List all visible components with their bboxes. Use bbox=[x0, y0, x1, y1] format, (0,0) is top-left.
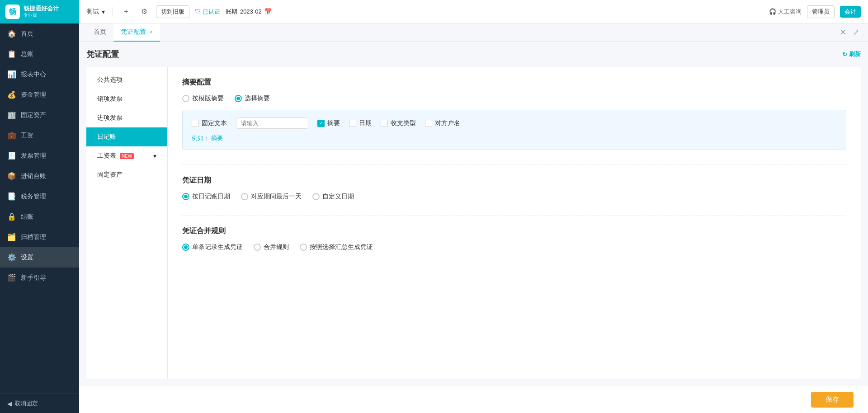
settings-button[interactable]: ⚙ bbox=[138, 5, 151, 18]
divider-3 bbox=[182, 266, 846, 266]
sidebar-item-guide[interactable]: 🎬 新手引导 bbox=[0, 268, 79, 288]
config-layout: 公共选项 销项发票 进项发票 日记账 工资表 NEW bbox=[86, 67, 861, 379]
checkbox-counterpart[interactable]: 对方户名 bbox=[425, 119, 460, 127]
calendar-icon[interactable]: 📅 bbox=[264, 8, 272, 15]
summary-section: 摘要配置 按模版摘要 选择摘要 bbox=[182, 78, 846, 150]
radio-merge-rule bbox=[254, 244, 261, 251]
add-button[interactable]: ＋ bbox=[120, 5, 132, 18]
tab-voucher-config[interactable]: 凭证配置 × bbox=[113, 23, 160, 42]
merge-option-rule[interactable]: 合并规则 bbox=[254, 243, 289, 251]
checkbox-fixed-text[interactable]: 固定文本 bbox=[192, 119, 227, 127]
payroll-icon: 💼 bbox=[7, 131, 16, 140]
certified-status: 🛡 已认证 bbox=[195, 8, 220, 16]
certified-icon: 🛡 bbox=[195, 8, 201, 15]
sidebar-item-closing[interactable]: 🔒 结账 bbox=[0, 206, 79, 227]
summary-option-template[interactable]: 按模版摘要 bbox=[182, 94, 224, 103]
summary-radio-group: 按模版摘要 选择摘要 bbox=[182, 94, 846, 103]
config-nav-sales-invoice[interactable]: 销项发票 bbox=[86, 89, 167, 108]
ledger-icon: 📋 bbox=[7, 50, 16, 58]
config-nav-payroll-table[interactable]: 工资表 NEW ▾ bbox=[86, 146, 167, 165]
pin-icon: ◀ bbox=[7, 400, 12, 407]
expand-tab-button[interactable]: ⤢ bbox=[851, 26, 861, 38]
save-button[interactable]: 保存 bbox=[811, 392, 854, 408]
sidebar-item-tax[interactable]: 📑 税务管理 bbox=[0, 186, 79, 206]
topbar-divider-1 bbox=[112, 7, 113, 16]
logo-icon: 畅 bbox=[5, 5, 20, 19]
radio-custom-date bbox=[312, 193, 320, 200]
config-nav-public[interactable]: 公共选项 bbox=[86, 70, 167, 89]
company-selector[interactable]: 测试 ▾ bbox=[86, 8, 105, 16]
radio-template bbox=[182, 95, 189, 102]
app-edition: 专业版 bbox=[24, 12, 59, 19]
refresh-icon: ↻ bbox=[842, 51, 847, 58]
logo-text-container: 畅捷通好会计 专业版 bbox=[24, 5, 59, 19]
save-bar: 保存 bbox=[79, 386, 868, 413]
checkbox-summary[interactable]: 摘要 bbox=[317, 119, 340, 127]
summary-config-box: 固定文本 摘要 日期 bbox=[182, 110, 846, 150]
certified-label: 已认证 bbox=[203, 8, 220, 16]
company-name: 测试 bbox=[86, 8, 99, 16]
radio-select bbox=[235, 95, 242, 102]
tabbar-actions: ✕ ⤢ bbox=[838, 26, 861, 38]
config-content: 摘要配置 按模版摘要 选择摘要 bbox=[168, 67, 861, 379]
admin-button[interactable]: 管理员 bbox=[807, 5, 835, 18]
topbar-right: 🎧 人工咨询 管理员 会计 bbox=[769, 5, 861, 18]
sidebar-item-funds[interactable]: 💰 资金管理 bbox=[0, 84, 79, 105]
sidebar-item-sales-ledger[interactable]: 📦 进销台账 bbox=[0, 166, 79, 186]
sidebar-item-settings[interactable]: ⚙️ 设置 bbox=[0, 247, 79, 268]
checkbox-date[interactable]: 日期 bbox=[349, 119, 372, 127]
period-value: 2023-02 bbox=[240, 8, 262, 15]
merge-option-select-merge[interactable]: 按照选择汇总生成凭证 bbox=[300, 243, 373, 251]
summary-section-title: 摘要配置 bbox=[182, 78, 846, 87]
date-checkbox bbox=[349, 120, 356, 127]
sidebar: 畅 畅捷通好会计 专业版 🏠 首页 📋 总账 📊 报表中心 💰 资金管理 🏢 固… bbox=[0, 0, 79, 413]
page-title: 凭证配置 bbox=[86, 49, 119, 60]
merge-option-single[interactable]: 单条记录生成凭证 bbox=[182, 243, 243, 251]
counterpart-checkbox bbox=[425, 120, 432, 127]
archive-icon: 🗂️ bbox=[7, 233, 16, 241]
date-section-title: 凭证日期 bbox=[182, 176, 846, 185]
refresh-button[interactable]: ↻ 刷新 bbox=[842, 50, 861, 58]
fixed-text-checkbox bbox=[192, 120, 199, 127]
sidebar-logo: 畅 畅捷通好会计 专业版 bbox=[0, 0, 79, 23]
invoice-mgmt-icon: 🧾 bbox=[7, 151, 16, 160]
switch-old-version-button[interactable]: 切到旧版 bbox=[156, 5, 189, 18]
role-badge: 会计 bbox=[840, 6, 861, 18]
divider-2 bbox=[182, 215, 846, 216]
tab-home[interactable]: 首页 bbox=[86, 23, 113, 42]
summary-option-select[interactable]: 选择摘要 bbox=[235, 94, 270, 103]
cancel-fixed-button[interactable]: ◀ 取消固定 bbox=[0, 394, 79, 413]
fixed-assets-icon: 🏢 bbox=[7, 111, 16, 119]
sales-ledger-icon: 📦 bbox=[7, 172, 16, 180]
merge-section: 凭证合并规则 单条记录生成凭证 合并规则 bbox=[182, 226, 846, 251]
sidebar-item-payroll[interactable]: 💼 工资 bbox=[0, 125, 79, 145]
tabbar: 首页 凭证配置 × ✕ ⤢ bbox=[79, 23, 868, 42]
fixed-text-input[interactable] bbox=[236, 117, 308, 129]
config-nav-journal[interactable]: 日记账 bbox=[86, 127, 167, 146]
funds-icon: 💰 bbox=[7, 90, 16, 99]
config-nav-purchase-invoice[interactable]: 进项发票 bbox=[86, 108, 167, 127]
page-title-bar: 凭证配置 ↻ 刷新 bbox=[86, 49, 861, 60]
service-button[interactable]: 🎧 人工咨询 bbox=[769, 8, 802, 16]
config-nav-fixed-assets[interactable]: 固定资产 bbox=[86, 165, 167, 184]
sidebar-item-archive[interactable]: 🗂️ 归档管理 bbox=[0, 227, 79, 247]
merge-radio-group: 单条记录生成凭证 合并规则 按照选择汇总生成凭证 bbox=[182, 243, 846, 251]
payment-type-checkbox bbox=[381, 120, 388, 127]
sidebar-item-invoice-mgmt[interactable]: 🧾 发票管理 bbox=[0, 145, 79, 166]
summary-checkbox bbox=[317, 120, 325, 127]
closing-icon: 🔒 bbox=[7, 212, 16, 221]
period-label: 账期 bbox=[226, 8, 237, 16]
sidebar-item-ledger[interactable]: 📋 总账 bbox=[0, 44, 79, 64]
tab-close-voucher-config[interactable]: × bbox=[150, 29, 153, 35]
date-option-custom[interactable]: 自定义日期 bbox=[312, 192, 354, 201]
radio-journal-date bbox=[182, 193, 189, 200]
sidebar-item-home[interactable]: 🏠 首页 bbox=[0, 23, 79, 44]
date-section: 凭证日期 按日记账日期 对应期间最后一天 bbox=[182, 176, 846, 201]
date-option-journal[interactable]: 按日记账日期 bbox=[182, 192, 230, 201]
date-option-period-last[interactable]: 对应期间最后一天 bbox=[241, 192, 302, 201]
close-tab-button[interactable]: ✕ bbox=[838, 26, 848, 38]
sidebar-item-reports[interactable]: 📊 报表中心 bbox=[0, 64, 79, 84]
sidebar-item-fixed-assets[interactable]: 🏢 固定资产 bbox=[0, 105, 79, 125]
checkbox-payment-type[interactable]: 收支类型 bbox=[381, 119, 416, 127]
company-dropdown-icon: ▾ bbox=[102, 8, 105, 15]
